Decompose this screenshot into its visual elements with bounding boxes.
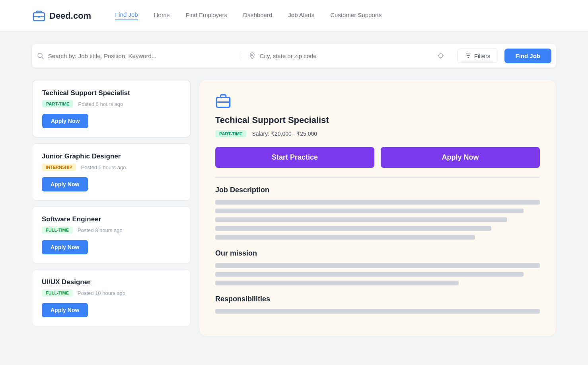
job-posted-0: Posted 6 hours ago xyxy=(78,101,123,107)
job-description-title: Job Description xyxy=(215,186,540,194)
responsibilities-content xyxy=(215,309,540,314)
location-search-area xyxy=(242,52,451,60)
apply-button-2[interactable]: Apply Now xyxy=(42,240,88,254)
job-description-content xyxy=(215,200,540,240)
skeleton-line xyxy=(215,281,459,285)
responsibilities-title: Responsibilities xyxy=(215,295,540,303)
svg-point-3 xyxy=(38,53,42,58)
job-posted-3: Posted 10 hours ago xyxy=(78,290,125,296)
skeleton-line xyxy=(215,200,540,205)
job-badge-2: FULL-TIME xyxy=(42,226,73,234)
skeleton-line xyxy=(215,217,507,222)
skeleton-line xyxy=(215,263,540,268)
filters-button[interactable]: Filters xyxy=(457,49,498,63)
job-title-0: Techical Support Specialist xyxy=(42,89,181,97)
skeleton-line xyxy=(215,226,491,231)
nav-find-employers[interactable]: Find Employers xyxy=(186,12,227,20)
job-meta-1: INTERNSHIP Posted 5 hours ago xyxy=(42,164,181,171)
job-search-area xyxy=(37,52,239,60)
nav-home[interactable]: Home xyxy=(154,12,170,20)
job-card-1: Junior Graphic Designer INTERNSHIP Poste… xyxy=(32,143,191,201)
location-input[interactable] xyxy=(260,53,433,59)
job-card-2: Software Engineer FULL-TIME Posted 8 hou… xyxy=(32,206,191,264)
search-section: Filters Find Job xyxy=(0,32,588,76)
job-title-3: UI/UX Designer xyxy=(42,278,181,286)
apply-button-1[interactable]: Apply Now xyxy=(42,177,88,191)
apply-button-0[interactable]: Apply Now xyxy=(42,114,88,128)
search-bar: Filters Find Job xyxy=(32,44,556,68)
filters-label: Filters xyxy=(474,53,491,59)
svg-rect-2 xyxy=(38,16,40,18)
header: Deed.com Find Job Home Find Employers Da… xyxy=(0,0,588,32)
job-title-1: Junior Graphic Designer xyxy=(42,152,181,160)
nav-customer-supports[interactable]: Customer Supports xyxy=(330,12,382,20)
logo-text: Deed.com xyxy=(49,11,91,21)
mission-content xyxy=(215,263,540,285)
svg-point-5 xyxy=(251,54,253,56)
job-badge-1: INTERNSHIP xyxy=(42,164,76,171)
nav-dashboard[interactable]: Dashboard xyxy=(243,12,272,20)
logo: Deed.com xyxy=(32,9,91,23)
find-job-button[interactable]: Find Job xyxy=(504,49,552,63)
skeleton-line xyxy=(215,235,475,240)
skeleton-line xyxy=(215,272,524,277)
start-practice-button[interactable]: Start Practice xyxy=(215,147,374,168)
detail-badge: PART-TIME xyxy=(215,130,246,137)
our-mission-title: Our mission xyxy=(215,249,540,258)
job-card-0: Techical Support Specialist PART-TIME Po… xyxy=(32,80,191,138)
main-content: Techical Support Specialist PART-TIME Po… xyxy=(0,76,588,348)
job-badge-3: FULL-TIME xyxy=(42,289,73,297)
nav-job-alerts[interactable]: Job Alerts xyxy=(288,12,314,20)
job-search-input[interactable] xyxy=(48,53,232,59)
detail-meta: PART-TIME Salary: ₹20,000 - ₹25,000 xyxy=(215,130,540,137)
job-meta-0: PART-TIME Posted 6 hours ago xyxy=(42,100,181,107)
detail-briefcase-icon xyxy=(215,93,231,109)
job-list-panel: Techical Support Specialist PART-TIME Po… xyxy=(32,80,191,336)
job-detail-panel: Techical Support Specialist PART-TIME Sa… xyxy=(199,80,556,336)
detail-apply-now-button[interactable]: Apply Now xyxy=(381,147,540,168)
detail-job-title: Techical Support Specialist xyxy=(215,115,540,125)
apply-button-3[interactable]: Apply Now xyxy=(42,303,88,317)
svg-line-4 xyxy=(42,57,43,59)
detail-salary: Salary: ₹20,000 - ₹25,000 xyxy=(252,131,317,137)
skeleton-line xyxy=(215,209,524,213)
job-title-2: Software Engineer xyxy=(42,215,181,223)
svg-point-6 xyxy=(439,54,443,58)
action-buttons: Start Practice Apply Now xyxy=(215,147,540,168)
location-icon xyxy=(249,52,256,60)
crosshair-icon xyxy=(437,52,444,60)
logo-icon xyxy=(32,9,46,23)
skeleton-line xyxy=(215,309,540,314)
job-card-3: UI/UX Designer FULL-TIME Posted 10 hours… xyxy=(32,269,191,326)
nav-find-job[interactable]: Find Job xyxy=(115,11,138,20)
job-meta-3: FULL-TIME Posted 10 hours ago xyxy=(42,289,181,297)
job-badge-0: PART-TIME xyxy=(42,100,73,107)
detail-divider xyxy=(215,178,540,178)
filter-icon xyxy=(465,52,472,59)
job-posted-1: Posted 5 hours ago xyxy=(81,164,126,170)
job-meta-2: FULL-TIME Posted 8 hours ago xyxy=(42,226,181,234)
job-posted-2: Posted 8 hours ago xyxy=(78,227,123,233)
main-nav: Find Job Home Find Employers Dashboard J… xyxy=(115,11,382,20)
search-icon xyxy=(37,52,44,60)
